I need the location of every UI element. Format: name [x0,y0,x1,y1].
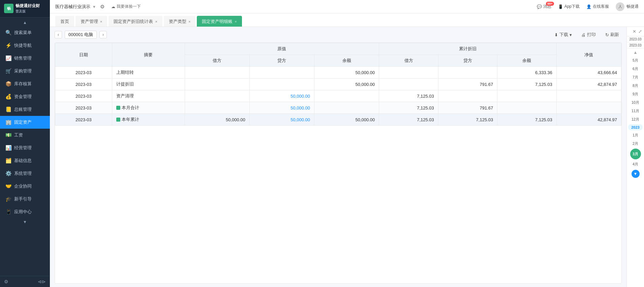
summary-label: 本月合计 [116,105,181,111]
cell-orig-debit [185,67,249,78]
cell-orig-balance: 50,000.00 [314,78,379,90]
app-download-btn[interactable]: 📱 App下载 [558,4,580,9]
refresh-btn[interactable]: ↻ 刷新 [603,30,622,39]
expand-panel-icon[interactable]: ⤢ [638,28,643,35]
cell-date: 2023-03 [55,102,112,114]
timeline-scroll-down-btn[interactable]: ▼ [632,170,640,178]
settings-icon[interactable]: ⚙ [4,279,8,284]
cell-orig-balance: 50,000.00 [314,67,379,78]
timeline-month[interactable]: 4月 [627,160,644,168]
sidebar-item-label: 固定资产 [14,119,32,125]
sidebar-scroll-down[interactable]: ▼ [0,218,50,226]
user-menu[interactable]: 人 畅捷通 [616,2,639,11]
tab-home[interactable]: 首页 [55,16,74,27]
sidebar-item-guide[interactable]: 🎓 新手引导 [0,193,50,205]
print-btn[interactable]: 🖨 打印 [579,30,599,39]
messages-btn[interactable]: 💬 消息 99+ [537,4,551,9]
timeline-month[interactable]: 6月 [627,65,644,73]
app-name: 畅捷通好业财 [16,3,40,9]
cell-orig-balance [314,90,379,102]
tab-asset-type[interactable]: 资产类型 × [164,16,195,27]
col-orig-credit: 贷方 [249,55,314,67]
sidebar-scroll-up[interactable]: ▲ [0,19,50,26]
sidebar-item-label: 系统管理 [14,170,32,177]
timeline-month[interactable]: 5月 [627,56,644,65]
sidebar-item-fixed-assets[interactable]: 🏢 固定资产 [0,116,50,129]
sidebar-item-enterprise[interactable]: 🤝 企业协同 [0,180,50,193]
sidebar-item-quick-nav[interactable]: ⚡ 快捷导航 [0,39,50,52]
sidebar-item-label: 经营管理 [14,145,32,151]
sidebar-item-app-center[interactable]: 📱 应用中心 [0,205,50,218]
sidebar-item-system[interactable]: ⚙️ 系统管理 [0,167,50,180]
cell-summary: 本月合计 [112,102,185,114]
sidebar-item-operations[interactable]: 📊 经营管理 [0,141,50,154]
cell-summary: 上期结转 [112,67,185,78]
company-settings-icon[interactable]: ⚙ [100,4,104,10]
cell-net-value: 43,666.64 [556,67,621,78]
cell-orig-debit [185,102,249,114]
tab-depreciation-stats-label: 固定资产折旧统计表 [114,19,153,25]
cell-net-value [556,90,621,102]
cell-dep-debit [379,78,438,90]
app-download-icon: 📱 [558,4,563,9]
sidebar-item-capital[interactable]: 💰 资金管理 [0,90,50,103]
sidebar-item-ledger[interactable]: 📒 总账管理 [0,103,50,116]
col-orig-debit: 借方 [185,55,249,67]
ledger-table: 日期 摘要 原值 累计折旧 净值 借方 贷方 余额 借方 贷方 余额 [55,42,622,284]
timeline-month[interactable]: 9月 [627,90,644,98]
inventory-icon: 📦 [5,81,11,87]
col-dep-balance: 余额 [497,55,556,67]
experience-btn[interactable]: ☁ 我要体验一下 [111,4,141,9]
cell-dep-debit: 7,125.03 [379,102,438,114]
sidebar-item-purchase[interactable]: 🛒 采购管理 [0,65,50,77]
sidebar-item-inventory[interactable]: 📦 库存核算 [0,77,50,90]
messages-icon: 💬 [537,4,542,9]
print-icon: 🖨 [581,32,586,37]
company-selector[interactable]: 医疗器械行业演示 ▼ [55,4,96,10]
timeline-year-2023[interactable]: 2023 [628,124,643,130]
sidebar-item-search[interactable]: 🔍 搜索菜单 [0,26,50,39]
tab-depreciation-stats-close[interactable]: × [155,20,157,24]
tab-asset-type-close[interactable]: × [188,20,190,24]
operations-icon: 📊 [5,145,11,151]
sidebar-item-salary[interactable]: 💵 工资 [0,129,50,141]
tab-asset-detail-close[interactable]: × [235,20,237,24]
asset-prev-btn[interactable]: ‹ [55,31,62,38]
cell-summary: 本年累计 [112,114,185,126]
asset-next-btn[interactable]: › [99,31,107,38]
refresh-icon: ↻ [605,32,609,37]
basic-info-icon: 🗂️ [5,158,11,164]
cell-orig-balance [314,102,379,114]
tab-asset-detail[interactable]: 固定资产明细账 × [197,16,242,27]
tab-asset-mgmt-close[interactable]: × [100,20,102,24]
timeline-month[interactable]: 2月 [627,139,644,148]
timeline-month[interactable]: 10月 [627,98,644,107]
cell-dep-credit: 791.67 [438,78,497,90]
timeline-month[interactable]: 11月 [627,107,644,115]
collapse-sidebar-icon[interactable]: ⊲⊳ [38,279,46,284]
timeline-month-active[interactable]: 3月 [630,149,641,159]
timeline-month[interactable]: 1月 [627,131,644,139]
capital-icon: 💰 [5,94,11,100]
cell-orig-debit: 50,000.00 [185,114,249,126]
tab-depreciation-stats[interactable]: 固定资产折旧统计表 × [109,16,162,27]
col-net-value: 净值 [556,43,621,67]
sidebar-item-sales[interactable]: 📈 销售管理 [0,52,50,65]
cell-dep-balance: 7,125.03 [497,78,556,90]
sidebar-nav: ▲ 🔍 搜索菜单 ⚡ 快捷导航 📈 销售管理 🛒 采购管理 📦 库存核算 💰 资… [0,18,50,276]
timeline-month[interactable]: 12月 [627,115,644,124]
sidebar-item-label: 快捷导航 [14,42,32,49]
table-row: 2023-03 资产清理 50,000.00 7,125.03 [55,90,621,102]
close-panel-icon[interactable]: ✕ [632,28,637,35]
cell-net-value: 42,874.97 [556,114,621,126]
tab-asset-mgmt[interactable]: 资产管理 × [75,16,107,27]
user-label: 畅捷通 [626,4,639,9]
customer-service-btn[interactable]: 👤 在线客服 [586,4,609,9]
timeline-month[interactable]: 8月 [627,82,644,90]
sidebar-item-basic-info[interactable]: 🗂️ 基础信息 [0,154,50,167]
content-main: ‹ 000001 电脑 › ⬇ 下载 ▾ 🖨 [50,27,626,287]
tabbar: 首页 资产管理 × 固定资产折旧统计表 × 资产类型 × 固定资产明细账 × [50,13,644,27]
timeline-month[interactable]: 7月 [627,73,644,82]
timeline-scroll-up-btn[interactable]: ▲ [627,49,644,56]
download-btn[interactable]: ⬇ 下载 ▾ [552,30,575,39]
